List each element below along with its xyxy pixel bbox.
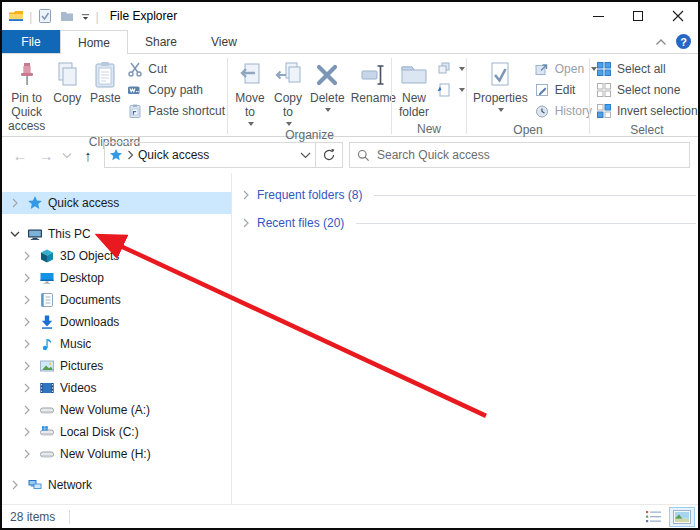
sidebar-item-label: This PC	[48, 227, 91, 241]
copy-button[interactable]: Copy	[48, 56, 86, 106]
thumbnail-view-icon	[673, 510, 691, 524]
delete-button[interactable]: Delete	[307, 56, 348, 112]
sidebar-item-3d-objects[interactable]: 3D Objects	[2, 245, 231, 267]
select-none-button[interactable]: Select none	[593, 79, 700, 100]
tab-view[interactable]: View	[194, 30, 254, 53]
chevron-right-icon[interactable]	[20, 447, 34, 461]
select-all-button[interactable]: Select all	[593, 58, 700, 79]
up-button[interactable]: ↑	[78, 147, 98, 164]
sidebar-item-local-disk-c[interactable]: Local Disk (C:)	[2, 421, 231, 443]
chevron-right-icon[interactable]	[8, 196, 22, 210]
tab-share[interactable]: Share	[128, 30, 194, 53]
sidebar-item-documents[interactable]: Documents	[2, 289, 231, 311]
chevron-right-icon[interactable]	[20, 315, 34, 329]
sidebar-item-label: Quick access	[48, 196, 119, 210]
sidebar-item-music[interactable]: Music	[2, 333, 231, 355]
details-view-button[interactable]	[641, 507, 667, 527]
move-to-button[interactable]: Move to	[231, 56, 269, 126]
chevron-right-icon[interactable]	[20, 271, 34, 285]
chevron-right-icon[interactable]	[20, 293, 34, 307]
search-box[interactable]	[349, 142, 690, 168]
chevron-right-icon[interactable]	[20, 249, 34, 263]
new-item-icon	[436, 82, 452, 98]
minimize-button[interactable]	[578, 2, 618, 30]
button-label: Pin to Quick access	[8, 92, 45, 133]
refresh-button[interactable]	[315, 142, 343, 168]
maximize-icon	[633, 11, 643, 21]
tab-home[interactable]: Home	[60, 30, 128, 54]
ribbon-group-organize: Move to Copy to	[228, 56, 391, 136]
address-dropdown-icon[interactable]	[300, 152, 311, 159]
button-label: Invert selection	[617, 104, 698, 118]
paste-shortcut-icon	[127, 103, 143, 119]
group-rule	[356, 223, 696, 224]
recent-locations-icon[interactable]	[62, 152, 72, 159]
new-folder-button[interactable]: New folder	[395, 56, 433, 120]
cube-icon	[39, 248, 55, 264]
close-button[interactable]	[658, 2, 698, 30]
download-arrow-icon	[39, 314, 55, 330]
select-none-icon	[596, 82, 612, 98]
sidebar-item-this-pc[interactable]: This PC	[2, 223, 231, 245]
thumbnail-view-button[interactable]	[669, 507, 695, 527]
breadcrumb-location[interactable]: Quick access	[138, 148, 209, 162]
paste-icon	[89, 59, 121, 91]
group-header-frequent-folders[interactable]: Frequent folders (8)	[239, 181, 698, 209]
sidebar-item-label: Documents	[60, 293, 121, 307]
group-header-label[interactable]: Frequent folders (8)	[257, 188, 362, 202]
button-label: Rename	[351, 92, 396, 106]
forward-button[interactable]: →	[36, 147, 56, 164]
sidebar-item-new-volume-h[interactable]: New Volume (H:)	[2, 443, 231, 465]
document-icon	[39, 292, 55, 308]
sidebar-item-label: 3D Objects	[60, 249, 119, 263]
ribbon-group-clipboard: Pin to Quick access Copy	[2, 56, 227, 136]
chevron-right-icon[interactable]	[20, 425, 34, 439]
minimize-icon	[593, 16, 604, 17]
sidebar-item-downloads[interactable]: Downloads	[2, 311, 231, 333]
group-header-recent-files[interactable]: Recent files (20)	[239, 209, 698, 237]
back-button[interactable]: ←	[10, 147, 30, 164]
copy-path-button[interactable]: Copy path	[124, 79, 228, 100]
cut-button[interactable]: Cut	[124, 58, 228, 79]
invert-selection-button[interactable]: Invert selection	[593, 100, 700, 121]
address-bar[interactable]: Quick access	[104, 142, 316, 168]
new-folder-qat-icon[interactable]	[59, 8, 75, 24]
button-label: Edit	[555, 83, 576, 97]
help-button[interactable]: ?	[676, 34, 691, 49]
chevron-right-icon[interactable]	[20, 359, 34, 373]
maximize-button[interactable]	[618, 2, 658, 30]
star-icon	[27, 195, 43, 211]
chevron-right-icon[interactable]	[20, 337, 34, 351]
new-item-button[interactable]	[433, 79, 468, 100]
sidebar-item-pictures[interactable]: Pictures	[2, 355, 231, 377]
properties-check-icon[interactable]	[37, 8, 53, 24]
sidebar-item-videos[interactable]: Videos	[2, 377, 231, 399]
copy-icon	[51, 59, 83, 91]
navigation-pane: Quick access This PC	[2, 173, 232, 504]
collapse-ribbon-icon[interactable]	[655, 38, 667, 46]
chevron-right-icon[interactable]	[8, 478, 22, 492]
ribbon-home: Pin to Quick access Copy	[2, 54, 698, 137]
tab-file[interactable]: File	[2, 30, 60, 53]
chevron-down-icon[interactable]	[8, 227, 22, 241]
paste-shortcut-button[interactable]: Paste shortcut	[124, 100, 228, 121]
group-header-label[interactable]: Recent files (20)	[257, 216, 344, 230]
sidebar-item-network[interactable]: Network	[2, 474, 231, 496]
search-input[interactable]	[377, 148, 682, 162]
button-label: New folder	[398, 92, 430, 120]
paste-button[interactable]: Paste	[86, 56, 124, 106]
sidebar-item-new-volume-a[interactable]: New Volume (A:)	[2, 399, 231, 421]
sidebar-item-quick-access[interactable]: Quick access	[2, 192, 231, 214]
copy-to-button[interactable]: Copy to	[269, 56, 307, 126]
chevron-right-icon[interactable]	[239, 216, 253, 230]
breadcrumb-chevron-icon[interactable]	[127, 150, 134, 160]
button-label: Delete	[310, 92, 345, 106]
chevron-right-icon[interactable]	[239, 188, 253, 202]
pin-to-quick-access-button[interactable]: Pin to Quick access	[5, 56, 48, 133]
sidebar-item-desktop[interactable]: Desktop	[2, 267, 231, 289]
properties-button[interactable]: Properties	[470, 56, 531, 112]
qat-dropdown-icon[interactable]	[81, 12, 90, 21]
chevron-right-icon[interactable]	[20, 403, 34, 417]
chevron-right-icon[interactable]	[20, 381, 34, 395]
easy-access-button[interactable]	[433, 58, 468, 79]
